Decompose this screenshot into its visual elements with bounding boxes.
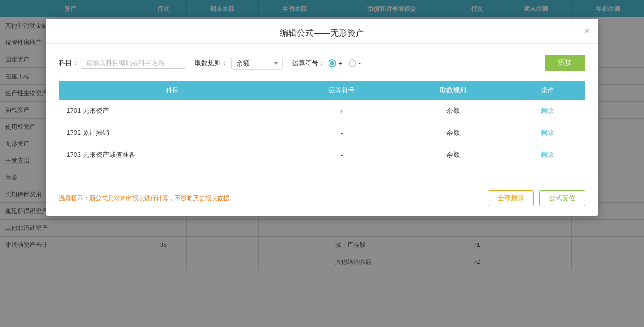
operator-label: 运算符号： <box>292 59 325 67</box>
subject-form-group: 科目： <box>59 57 185 69</box>
formula-rule-cell: 余额 <box>397 122 509 144</box>
edit-formula-modal: 编辑公式——无形资产 × 科目： 取数规则： 余额 借方发生额 贷方发生额 <box>46 19 598 216</box>
modal-body: 科目： 取数规则： 余额 借方发生额 贷方发生额 净发生额 运算符号： <box>46 44 598 185</box>
footer-actions: 全部删除 公式复位 <box>488 190 585 206</box>
formula-operator-cell: - <box>286 144 397 166</box>
modal-header: 编辑公式——无形资产 × <box>46 19 598 44</box>
formula-rule-cell: 余额 <box>397 100 509 122</box>
formula-table-row: 1702 累计摊销-余额删除 <box>59 122 585 144</box>
modal-overlay: 编辑公式——无形资产 × 科目： 取数规则： 余额 借方发生额 贷方发生额 <box>0 0 644 327</box>
formula-action-cell: 删除 <box>509 122 585 144</box>
rule-form-group: 取数规则： 余额 借方发生额 贷方发生额 净发生额 <box>195 57 283 70</box>
formula-rule-cell: 余额 <box>397 144 509 166</box>
operator-minus-label: - <box>359 59 361 67</box>
formula-table-row: 1701 无形资产+余额删除 <box>59 100 585 122</box>
operator-form-group: 运算符号： + - <box>292 59 361 67</box>
operator-radio-group: + - <box>329 59 361 67</box>
formula-table-header-cell: 运算符号 <box>286 81 397 100</box>
formula-operator-cell: + <box>286 100 397 122</box>
formula-table: 科目运算符号取数规则操作 1701 无形资产+余额删除1702 累计摊销-余额删… <box>59 81 585 166</box>
operator-minus-radio[interactable]: - <box>349 59 361 67</box>
formula-table-header-row: 科目运算符号取数规则操作 <box>59 81 585 100</box>
formula-table-head: 科目运算符号取数规则操作 <box>59 81 585 100</box>
reset-formula-button[interactable]: 公式复位 <box>539 190 585 206</box>
subject-input[interactable] <box>82 57 185 69</box>
modal-close-button[interactable]: × <box>585 27 590 35</box>
formula-table-header-cell: 操作 <box>509 81 585 100</box>
modal-footer: 温馨提示：新公式只对未出报表进行计算，不影响历史报表数据。 全部删除 公式复位 <box>46 185 598 216</box>
operator-plus-label: + <box>338 59 342 67</box>
footer-tip: 温馨提示：新公式只对未出报表进行计算，不影响历史报表数据。 <box>59 194 235 202</box>
delete-row-button[interactable]: 删除 <box>541 107 554 115</box>
formula-table-row: 1703 无形资产减值准备-余额删除 <box>59 144 585 166</box>
add-formula-button[interactable]: 添加 <box>545 55 585 71</box>
operator-plus-radio[interactable]: + <box>329 59 342 67</box>
formula-form-row: 科目： 取数规则： 余额 借方发生额 贷方发生额 净发生额 运算符号： <box>59 55 585 71</box>
delete-all-button[interactable]: 全部删除 <box>488 190 534 206</box>
formula-action-cell: 删除 <box>509 144 585 166</box>
radio-plus-circle <box>329 59 336 67</box>
formula-subject-cell: 1702 累计摊销 <box>59 122 286 144</box>
radio-minus-circle <box>349 59 356 67</box>
formula-subject-cell: 1703 无形资产减值准备 <box>59 144 286 166</box>
rule-label: 取数规则： <box>195 59 227 67</box>
formula-action-cell: 删除 <box>509 100 585 122</box>
formula-table-body: 1701 无形资产+余额删除1702 累计摊销-余额删除1703 无形资产减值准… <box>59 100 585 166</box>
delete-row-button[interactable]: 删除 <box>541 151 554 159</box>
formula-table-header-cell: 取数规则 <box>397 81 509 100</box>
formula-table-header-cell: 科目 <box>59 81 286 100</box>
delete-row-button[interactable]: 删除 <box>541 129 554 137</box>
formula-subject-cell: 1701 无形资产 <box>59 100 286 122</box>
rule-select[interactable]: 余额 借方发生额 贷方发生额 净发生额 <box>231 57 283 70</box>
formula-operator-cell: - <box>286 122 397 144</box>
subject-label: 科目： <box>59 59 79 67</box>
modal-title: 编辑公式——无形资产 <box>280 27 364 38</box>
